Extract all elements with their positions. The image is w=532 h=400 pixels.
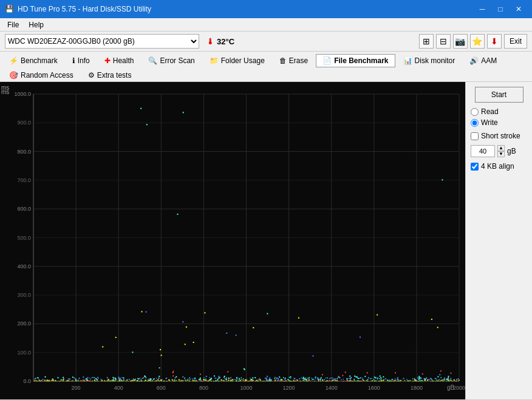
menu-bar: File Help — [0, 18, 532, 32]
tab-disk-monitor[interactable]: 📊 Disk monitor — [397, 54, 462, 67]
tab-error-scan[interactable]: 🔍 Error Scan — [142, 54, 201, 67]
benchmark-chart — [0, 82, 465, 399]
y-axis-label: ms — [1, 84, 9, 91]
toolbar-btn-2[interactable]: ⊟ — [436, 34, 451, 49]
right-panel: Start Read Write Short stroke ▲ ▼ gB — [465, 82, 532, 399]
short-stroke-checkbox[interactable] — [471, 132, 479, 140]
read-radio[interactable] — [471, 108, 479, 116]
write-radio-label[interactable]: Write — [471, 118, 527, 127]
app-title: HD Tune Pro 5.75 - Hard Disk/SSD Utility — [18, 5, 151, 13]
drive-select[interactable]: WDC WD20EZAZ-00GGJB0 (2000 gB) — [5, 34, 199, 49]
info-icon: ℹ — [72, 56, 75, 65]
stroke-value-input[interactable] — [471, 145, 495, 157]
align-label[interactable]: 4 KB align — [471, 162, 527, 171]
disk-monitor-icon: 📊 — [403, 56, 412, 65]
folder-icon: 📁 — [210, 56, 219, 65]
temperature-display: 🌡 32°C — [206, 37, 234, 46]
spin-down-button[interactable]: ▼ — [497, 151, 505, 157]
maximize-button[interactable]: □ — [492, 3, 509, 15]
toolbar-btn-5[interactable]: ⬇ — [487, 34, 502, 49]
aam-icon: 🔊 — [469, 56, 479, 65]
main-content: ms Start Read Write Short stroke ▲ ▼ gB — [0, 82, 532, 399]
tab-info[interactable]: ℹ Info — [66, 54, 97, 67]
spin-up-button[interactable]: ▲ — [497, 145, 505, 151]
app-icon: 💾 — [5, 5, 14, 13]
read-radio-label[interactable]: Read — [471, 107, 527, 116]
align-text: 4 KB align — [481, 162, 514, 171]
short-stroke-label[interactable]: Short stroke — [471, 132, 527, 140]
tab-benchmark[interactable]: ⚡ Benchmark — [2, 54, 64, 67]
write-radio[interactable] — [471, 119, 479, 127]
help-menu[interactable]: Help — [24, 19, 49, 30]
tab-erase[interactable]: 🗑 Erase — [273, 54, 315, 67]
short-stroke-text: Short stroke — [481, 132, 520, 140]
benchmark-icon: ⚡ — [9, 56, 18, 65]
stroke-input-row: ▲ ▼ gB — [471, 145, 527, 157]
file-benchmark-icon: 📄 — [322, 56, 332, 65]
close-button[interactable]: ✕ — [510, 3, 527, 15]
toolbar-icons: ⊞ ⊟ 📷 ⭐ ⬇ Exit — [419, 34, 527, 49]
window-controls: ─ □ ✕ — [474, 3, 527, 15]
tab-extra-tests[interactable]: ⚙ Extra tests — [81, 69, 138, 82]
thermometer-icon: 🌡 — [206, 37, 214, 46]
tab-aam[interactable]: 🔊 AAM — [463, 54, 503, 67]
align-checkbox[interactable] — [471, 163, 479, 171]
exit-button[interactable]: Exit — [504, 34, 527, 49]
erase-icon: 🗑 — [279, 56, 287, 65]
tab-random-access[interactable]: 🎯 Random Access — [2, 69, 80, 82]
toolbar-btn-3[interactable]: 📷 — [453, 34, 468, 49]
toolbar: WDC WD20EZAZ-00GGJB0 (2000 gB) 🌡 32°C ⊞ … — [0, 32, 532, 52]
chart-area: ms — [0, 82, 465, 399]
write-label: Write — [481, 118, 498, 127]
start-button[interactable]: Start — [475, 87, 523, 103]
stroke-unit: gB — [507, 147, 516, 155]
read-label: Read — [481, 107, 499, 116]
minimize-button[interactable]: ─ — [474, 3, 491, 15]
spin-buttons: ▲ ▼ — [497, 145, 505, 157]
title-bar: 💾 HD Tune Pro 5.75 - Hard Disk/SSD Utili… — [0, 0, 532, 18]
mode-radio-group: Read Write — [471, 107, 527, 127]
toolbar-btn-1[interactable]: ⊞ — [419, 34, 434, 49]
tab-file-benchmark[interactable]: 📄 File Benchmark — [316, 54, 395, 67]
temperature-value: 32°C — [217, 37, 234, 46]
file-menu[interactable]: File — [2, 19, 24, 30]
nav-tabs: ⚡ Benchmark ℹ Info ✚ Health 🔍 Error Scan… — [0, 52, 532, 82]
toolbar-btn-4[interactable]: ⭐ — [470, 34, 485, 49]
tab-folder-usage[interactable]: 📁 Folder Usage — [203, 54, 271, 67]
extra-tests-icon: ⚙ — [88, 71, 95, 80]
random-access-icon: 🎯 — [9, 71, 18, 80]
health-icon: ✚ — [104, 56, 111, 65]
tab-health[interactable]: ✚ Health — [98, 54, 141, 67]
error-scan-icon: 🔍 — [148, 56, 157, 65]
